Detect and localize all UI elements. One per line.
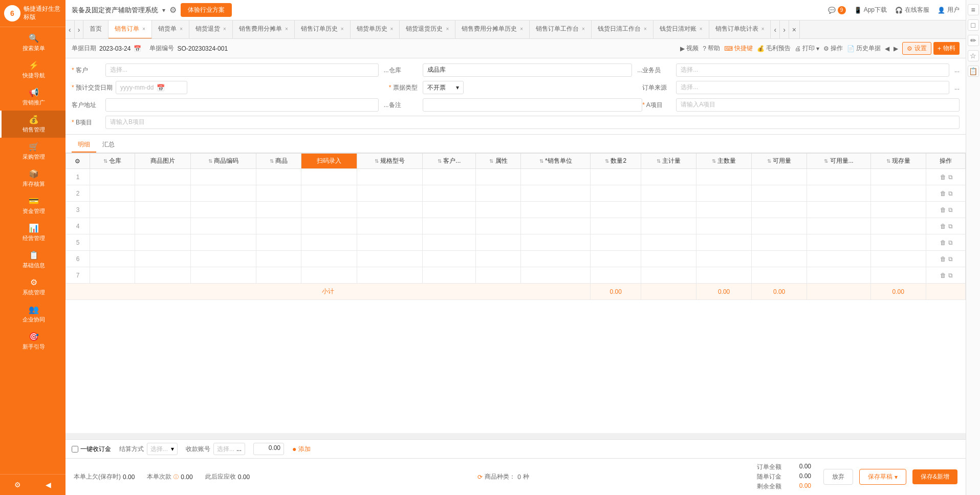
invoice-select[interactable]: 不开票 ▾ [423,81,464,94]
warehouse-input[interactable]: 成品库 [423,63,633,77]
tab-nav-prev-end[interactable]: ‹ [771,20,780,39]
copy-icon-2[interactable]: ⧉ [948,190,953,197]
copy-icon-5[interactable]: ⧉ [948,239,953,246]
sidebar-item-库存核算[interactable]: 📦库存核算 [0,165,66,192]
sort-icon-customer_code[interactable]: ⇅ [438,158,442,164]
number-value[interactable]: SO-20230324-001 [177,45,228,52]
right-panel-btn-2[interactable]: □ [968,19,979,31]
delete-icon-6[interactable]: 🗑 [940,255,946,263]
discard-button[interactable]: 放弃 [823,469,853,485]
sidebar-item-快捷导航[interactable]: ⚡快捷导航 [0,56,66,83]
sidebar-item-采购管理[interactable]: 🛒采购管理 [0,138,66,165]
copy-icon-1[interactable]: ⧉ [948,174,953,181]
sort-icon-unit[interactable]: ⇅ [539,158,543,164]
detail-tab-0[interactable]: 明细 [72,138,96,153]
sort-icon-code[interactable]: ⇅ [208,158,212,164]
tab-12[interactable]: 销售订单统计表× [709,20,771,39]
sidebar-item-销售管理[interactable]: 💰销售管理 [0,111,66,138]
tab-close-3[interactable]: × [223,26,226,32]
a-project-input[interactable]: 请输入A项目 [676,98,960,112]
delete-icon-4[interactable]: 🗑 [940,223,946,230]
tab-7[interactable]: 销货退货历史× [400,20,455,39]
current-debt-info[interactable]: ⓘ [173,474,179,481]
staff-ellipsis[interactable]: ... [954,67,960,74]
operation-action[interactable]: ⚙ 操作 [823,44,843,53]
detail-tab-1[interactable]: 汇总 [96,138,121,153]
address-input[interactable] [105,98,379,112]
add-button[interactable]: ● 添加 [292,445,310,454]
tab-8[interactable]: 销售费用分摊单历史× [455,20,530,39]
notification-item[interactable]: 💬 9 [828,6,846,14]
topbar-settings-icon[interactable]: ⚙ [169,5,177,15]
sidebar-item-新手引导[interactable]: 🎯新手引导 [0,328,66,355]
sort-icon-spec[interactable]: ⇅ [375,158,379,164]
address-ellipsis[interactable]: ... [384,101,389,109]
app-download-item[interactable]: 📱 App下载 [854,6,887,14]
sidebar-item-资金管理[interactable]: 💳资金管理 [0,192,66,219]
tab-10[interactable]: 钱货日清工作台× [592,20,654,39]
right-panel-btn-5[interactable]: 📋 [968,66,979,77]
copy-icon-3[interactable]: ⧉ [948,206,953,213]
sort-icon-attr[interactable]: ⇅ [489,158,493,164]
sort-icon-product[interactable]: ⇅ [270,158,274,164]
copy-icon-4[interactable]: ⧉ [948,223,953,230]
tab-close-all[interactable]: × [789,20,800,39]
tab-close-4[interactable]: × [285,26,288,32]
tab-9[interactable]: 销售订单工作台× [530,20,592,39]
tab-close-8[interactable]: × [520,26,523,32]
b-project-input[interactable]: 请输入B项目 [105,116,960,129]
sort-icon-qty2[interactable]: ⇅ [605,158,609,164]
tab-nav-next[interactable]: › [75,20,84,39]
tab-2[interactable]: 销货单× [152,20,189,39]
tab-close-2[interactable]: × [180,26,183,32]
nav-next-btn[interactable]: ▶ [894,45,898,52]
remark-input[interactable] [423,98,643,112]
sort-icon-avail2[interactable]: ⇅ [824,158,828,164]
settings-button[interactable]: ⚙ 设置 [902,42,931,55]
tab-close-9[interactable]: × [582,26,585,32]
save-draft-button[interactable]: 保存草稿 ▾ [859,469,906,485]
print-action[interactable]: 🖨 打印 ▾ [795,44,819,53]
delete-icon-5[interactable]: 🗑 [940,239,946,246]
tab-close-10[interactable]: × [644,26,647,32]
shortcut-action[interactable]: ⌨ 快捷键 [724,44,753,53]
staff-input[interactable]: 选择... [676,63,949,77]
customer-input[interactable]: 选择... [105,63,379,77]
calendar-icon[interactable]: 📅 [134,45,141,52]
add-material-button[interactable]: + 物料 [933,42,960,55]
tab-0[interactable]: 首页 [83,20,108,39]
delete-icon-3[interactable]: 🗑 [940,206,946,213]
tab-1[interactable]: 销售订单× [108,20,152,39]
amount-input[interactable]: 0.00 [253,443,284,455]
copy-icon-6[interactable]: ⧉ [948,255,953,263]
nav-prev-btn[interactable]: ◀ [885,45,889,52]
sidebar-item-经营管理[interactable]: 📊经营管理 [0,219,66,246]
table-scrollbar[interactable] [66,433,966,439]
copy-icon-7[interactable]: ⧉ [948,272,953,279]
sidebar-item-系统管理[interactable]: ⚙系统管理 [0,273,66,300]
date-value[interactable]: 2023-03-24 [99,45,130,52]
sidebar-collapse-icon[interactable]: ◀ [43,479,53,491]
delete-icon-1[interactable]: 🗑 [940,174,946,181]
delete-icon-2[interactable]: 🗑 [940,190,946,197]
order-source-input[interactable]: 选择... [676,81,949,94]
sort-icon-main_unit[interactable]: ⇅ [657,158,661,164]
tab-close-7[interactable]: × [446,26,449,32]
sidebar-settings-icon[interactable]: ⚙ [12,479,23,491]
tab-close-1[interactable]: × [142,26,145,32]
tab-close-12[interactable]: × [761,26,765,32]
user-item[interactable]: 👤 用户 [938,6,960,14]
warehouse-ellipsis[interactable]: ... [637,67,642,74]
sidebar-item-营销推广[interactable]: 📢营销推广 [0,83,66,111]
delivery-input[interactable]: yyyy-mm-dd 📅 [116,81,187,94]
account-ellipsis[interactable]: ... [236,445,242,453]
quick-payment-checkbox[interactable]: 一键收订金 [72,445,111,454]
save-draft-dropdown-icon[interactable]: ▾ [895,474,898,481]
delete-icon-7[interactable]: 🗑 [940,272,946,279]
tab-close-11[interactable]: × [700,26,703,32]
tab-4[interactable]: 销售费用分摊单× [233,20,295,39]
topbar-dropdown-icon[interactable]: ▾ [162,7,165,14]
sort-icon-main_qty[interactable]: ⇅ [712,158,716,164]
industry-solution-button[interactable]: 体验行业方案 [181,3,232,17]
customer-ellipsis[interactable]: ... [384,67,389,74]
